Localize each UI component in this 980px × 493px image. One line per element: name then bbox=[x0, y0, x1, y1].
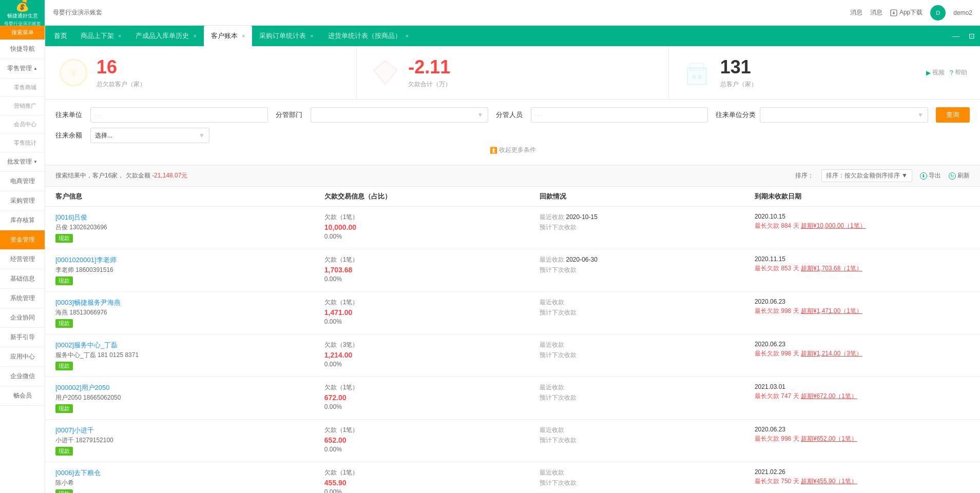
debt-count: 欠款（1笔） bbox=[324, 255, 540, 264]
sidebar-item-quick-nav[interactable]: 快捷导航 bbox=[0, 40, 45, 59]
recovery-cell: 最近收款 2020-06-30 预计下次收款 bbox=[540, 255, 755, 285]
sidebar-item-system[interactable]: 系统管理 bbox=[0, 289, 45, 308]
tabbar: 首页 商品上下架 × 产成品入库单历史 × 客户账本 × 采购订单统计表 × 进… bbox=[45, 26, 980, 46]
tab-home[interactable]: 首页 bbox=[48, 26, 73, 46]
filter-bar: 往来单位 ··· 分管部门 ▼ 分管人员 ··· bbox=[45, 100, 980, 165]
tab-purchase-order-close[interactable]: × bbox=[310, 33, 313, 39]
customer-phone: 用户2050 18665062050 bbox=[55, 393, 324, 402]
member-label: 会员中心 bbox=[14, 121, 36, 128]
sidebar-item-retail-store[interactable]: 零售商城 bbox=[0, 78, 45, 97]
refresh-button[interactable]: ↻ 刷新 bbox=[949, 171, 970, 180]
tab-purchase-order[interactable]: 采购订单统计表 × bbox=[252, 26, 320, 46]
customer-name-link[interactable]: [0001020001]李老师 bbox=[55, 256, 117, 264]
overdue-date: 2020.06.23 bbox=[755, 426, 970, 433]
system-label: 系统管理 bbox=[10, 294, 35, 303]
stat-card-total-customers: 131 总客户（家） ▶ 视频 ? 帮助 bbox=[669, 46, 980, 99]
debt-ratio: 0.00% bbox=[324, 361, 540, 368]
debt-ratio: 0.00% bbox=[324, 403, 540, 410]
tab-minimize-btn[interactable]: — bbox=[950, 32, 962, 40]
customer-name-link[interactable]: [0006]去下粮仓 bbox=[55, 469, 101, 477]
avatar[interactable]: D bbox=[930, 5, 946, 21]
filter-dept-select[interactable]: ▼ bbox=[311, 107, 488, 123]
sidebar-item-inventory[interactable]: 库存核算 bbox=[0, 211, 45, 230]
tab-maximize-btn[interactable]: ⊡ bbox=[966, 32, 977, 40]
filter-unit-category: 往来单位分类 ▼ bbox=[716, 107, 928, 123]
filter-balance-select[interactable]: 选择... ▼ bbox=[90, 128, 209, 143]
svg-rect-5 bbox=[690, 63, 704, 70]
customer-name-link[interactable]: [0003]畅捷服务尹海燕 bbox=[55, 299, 121, 306]
sidebar-item-retail-stats[interactable]: 零售统计 bbox=[0, 134, 45, 152]
sidebar-item-wechat[interactable]: 企业微信 bbox=[0, 367, 45, 386]
app-subtitle-top: 母婴行业演示账套 bbox=[53, 9, 102, 16]
sidebar-item-batch-mgmt[interactable]: 批发管理 bbox=[0, 152, 45, 172]
stat-debt-customers-label: 总欠款客户（家） bbox=[97, 80, 343, 89]
app-download-btn[interactable]: App下载 bbox=[890, 8, 923, 17]
retail-store-label: 零售商城 bbox=[14, 84, 36, 91]
tab-customer-account[interactable]: 客户账本 × bbox=[204, 26, 252, 46]
stat-info-total-customers: 131 总客户（家） bbox=[720, 56, 919, 89]
stats-bar: ¥ 16 总欠款客户（家） -2.11 欠款合计（万） bbox=[45, 46, 980, 100]
message-label[interactable]: 消息 bbox=[870, 8, 882, 17]
tab-product-shelf[interactable]: 商品上下架 × bbox=[73, 26, 128, 46]
overdue-amount-link[interactable]: 超期¥1,703.68（1笔） bbox=[801, 265, 862, 272]
dots-icon: ··· bbox=[95, 111, 103, 119]
tab-product-history-close[interactable]: × bbox=[193, 33, 196, 39]
overdue-cell: 2020.06.23 最长欠款 998 天 超期¥1,471.00（1笔） bbox=[755, 298, 970, 328]
balance-arrow-icon: ▼ bbox=[199, 132, 205, 139]
stat-icon-diamond bbox=[370, 57, 400, 88]
video-btn[interactable]: ▶ 视频 bbox=[926, 68, 945, 77]
query-button[interactable]: 查询 bbox=[936, 107, 970, 123]
sidebar-item-basic-info[interactable]: 基础信息 bbox=[0, 269, 45, 289]
overdue-cell: 2020.06.23 最长欠款 998 天 超期¥1,214.00（3笔） bbox=[755, 341, 970, 370]
user-name[interactable]: demo2 bbox=[953, 9, 972, 16]
overdue-amount-link[interactable]: 超期¥10,000.00（1笔） bbox=[801, 222, 866, 229]
sidebar-search[interactable]: 搜索菜单 bbox=[0, 26, 45, 40]
sidebar-item-guide[interactable]: 新手引导 bbox=[0, 328, 45, 347]
customer-name-link[interactable]: [0002]服务中心_丁磊 bbox=[55, 341, 118, 349]
tab-incoming-stats[interactable]: 进货单统计表（按商品） × bbox=[321, 26, 416, 46]
debt-info-cell: 欠款（1笔） 672.00 0.00% bbox=[324, 383, 540, 413]
sidebar-item-operations[interactable]: 经营管理 bbox=[0, 250, 45, 269]
search-info-text: 搜索结果中，客户16家 bbox=[55, 172, 118, 179]
customer-name-link[interactable]: [0007]小进千 bbox=[55, 426, 94, 434]
customer-info-cell: [0002]服务中心_丁磊 服务中心_丁磊 181 0125 8371 现款 bbox=[55, 341, 324, 370]
next-payment: 预计下次收款 bbox=[540, 266, 755, 274]
tab-product-shelf-close[interactable]: × bbox=[118, 33, 121, 39]
overdue-amount-link[interactable]: 超期¥652.00（1笔） bbox=[801, 435, 857, 442]
customer-phone: 吕俊 13026203696 bbox=[55, 223, 324, 232]
customer-name-link[interactable]: [0016]吕俊 bbox=[55, 213, 87, 221]
overdue-amount-link[interactable]: 超期¥1,471.00（1笔） bbox=[801, 307, 862, 314]
tab-incoming-stats-close[interactable]: × bbox=[406, 33, 409, 39]
customer-name-link[interactable]: [000002]用户2050 bbox=[55, 384, 110, 391]
filter-unit-category-select[interactable]: ▼ bbox=[760, 107, 928, 123]
tab-product-history[interactable]: 产成品入库单历史 × bbox=[128, 26, 203, 46]
sidebar-item-enterprise[interactable]: 企业协同 bbox=[0, 308, 45, 328]
overdue-cell: 2021.02.26 最长欠款 750 天 超期¥455.90（1笔） bbox=[755, 468, 970, 493]
overdue-amount-link[interactable]: 超期¥455.90（1笔） bbox=[801, 478, 857, 485]
filter-manager-input[interactable]: ··· bbox=[531, 107, 708, 123]
table-body: [0016]吕俊 吕俊 13026203696 现款 欠款（1笔） 10,000… bbox=[45, 207, 980, 493]
data-table: 客户信息 欠款交易信息（占比） 回款情况 到期未收款日期 [0016]吕俊 吕俊… bbox=[45, 187, 980, 493]
sidebar-item-ecommerce[interactable]: 电商管理 bbox=[0, 172, 45, 191]
next-payment: 预计下次收款 bbox=[540, 308, 755, 317]
overdue-amount-link[interactable]: 超期¥1,214.00（3笔） bbox=[801, 350, 862, 357]
sidebar-item-member[interactable]: 会员中心 bbox=[0, 115, 45, 134]
collapse-button[interactable]: ⏫ 收起更多条件 bbox=[55, 143, 970, 157]
message-btn[interactable]: 消息 bbox=[850, 8, 862, 17]
customer-phone: 服务中心_丁磊 181 0125 8371 bbox=[55, 351, 324, 360]
sort-select[interactable]: 排序：按欠款金额倒序排序 ▼ bbox=[821, 169, 912, 182]
help-btn[interactable]: ? 帮助 bbox=[950, 68, 967, 77]
overdue-amount-link[interactable]: 超期¥672.00（1笔） bbox=[801, 392, 857, 400]
filter-unit-category-label: 往来单位分类 bbox=[716, 110, 756, 120]
sidebar-item-app-center[interactable]: 应用中心 bbox=[0, 347, 45, 367]
sidebar-item-member2[interactable]: 畅会员 bbox=[0, 386, 45, 406]
sidebar-item-marketing[interactable]: 营销推广 bbox=[0, 97, 45, 115]
guide-label: 新手引导 bbox=[10, 333, 35, 342]
sidebar-item-finance[interactable]: 资金管理 bbox=[0, 230, 45, 250]
export-button[interactable]: ⬇ 导出 bbox=[920, 171, 941, 180]
sidebar-item-purchase[interactable]: 采购管理 bbox=[0, 191, 45, 211]
topbar-right: 消息 消息 App下载 D demo2 bbox=[850, 5, 972, 21]
sidebar-item-retail-mgmt[interactable]: 零售管理 bbox=[0, 59, 45, 78]
filter-from-unit-input[interactable]: ··· bbox=[90, 107, 268, 123]
tab-customer-account-close[interactable]: × bbox=[242, 33, 245, 39]
